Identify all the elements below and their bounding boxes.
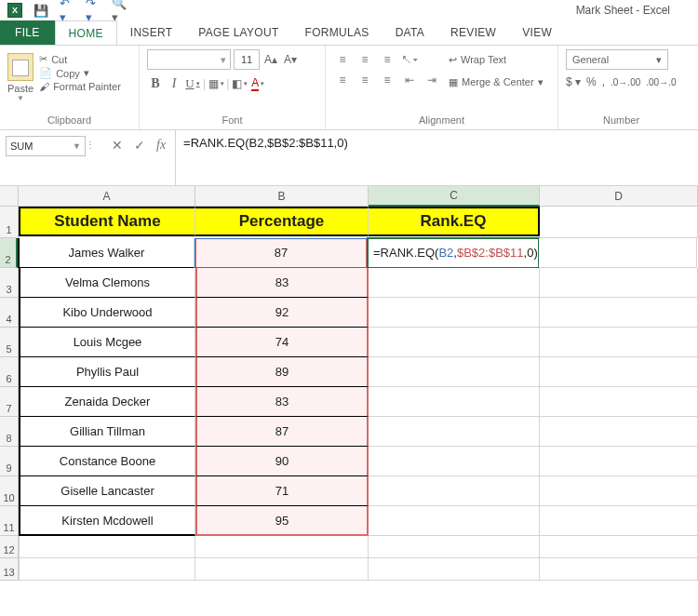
touch-mode-icon[interactable]: 🔍 ▾	[112, 3, 127, 18]
row-header-3[interactable]: 3	[0, 268, 19, 298]
cell-c13[interactable]	[369, 558, 540, 581]
cell-a6[interactable]: Phyllis Paul	[19, 357, 195, 387]
tab-view[interactable]: VIEW	[509, 20, 565, 45]
row-header-6[interactable]: 6	[0, 357, 19, 387]
cell-b3[interactable]: 83	[195, 268, 369, 298]
cell-a7[interactable]: Zenaida Decker	[19, 387, 195, 417]
cell-c12[interactable]	[369, 536, 540, 558]
cell-b7[interactable]: 83	[195, 387, 369, 417]
cell-a12[interactable]	[19, 536, 195, 558]
cell-d5[interactable]	[540, 328, 698, 357]
cell-a4[interactable]: Kibo Underwood	[19, 298, 195, 328]
copy-button[interactable]: 📄Copy ▾	[39, 67, 121, 79]
comma-format-button[interactable]: ,	[602, 75, 605, 88]
increase-indent-icon[interactable]: ⇥	[423, 72, 441, 88]
row-header-7[interactable]: 7	[0, 387, 19, 417]
cell-c10[interactable]	[369, 476, 540, 506]
cell-c9[interactable]	[369, 447, 540, 476]
cell-a9[interactable]: Constance Boone	[19, 447, 195, 476]
font-size-select[interactable]: 11	[234, 49, 260, 70]
decrease-font-icon[interactable]: A▾	[282, 49, 299, 70]
align-bottom-icon[interactable]: ≡	[378, 51, 396, 68]
row-header-13[interactable]: 13	[0, 558, 19, 581]
tab-data[interactable]: DATA	[383, 20, 437, 45]
cell-d2[interactable]	[539, 238, 697, 268]
cell-a11[interactable]: Kirsten Mcdowell	[19, 506, 195, 536]
cell-a5[interactable]: Louis Mcgee	[19, 328, 195, 357]
cell-a3[interactable]: Velma Clemons	[19, 268, 195, 298]
cell-c7[interactable]	[369, 387, 540, 417]
cut-button[interactable]: ✂Cut	[39, 53, 121, 65]
cell-a8[interactable]: Gillian Tillman	[19, 417, 195, 447]
font-color-button[interactable]: A▾	[249, 75, 266, 92]
row-header-11[interactable]: 11	[0, 506, 19, 536]
underline-button[interactable]: U▾	[184, 75, 201, 92]
row-header-8[interactable]: 8	[0, 417, 19, 447]
cell-d7[interactable]	[540, 387, 698, 417]
tab-formulas[interactable]: FORMULAS	[292, 20, 383, 45]
cell-c8[interactable]	[369, 417, 540, 447]
undo-icon[interactable]: ↶ ▾	[60, 3, 74, 18]
cell-d6[interactable]	[540, 357, 698, 387]
cell-a1[interactable]: Student Name	[19, 207, 195, 236]
align-right-icon[interactable]: ≡	[378, 72, 396, 88]
paste-icon[interactable]	[7, 53, 34, 81]
paste-button[interactable]: Paste	[7, 83, 34, 94]
row-header-9[interactable]: 9	[0, 447, 19, 476]
cell-d11[interactable]	[540, 506, 698, 536]
col-header-b[interactable]: B	[195, 186, 369, 207]
cell-d10[interactable]	[540, 476, 698, 506]
cell-c5[interactable]	[369, 328, 540, 357]
tab-review[interactable]: REVIEW	[437, 20, 509, 45]
cell-d1[interactable]	[540, 207, 698, 238]
row-header-2[interactable]: 2	[0, 238, 18, 268]
italic-button[interactable]: I	[166, 75, 182, 92]
cell-b12[interactable]	[195, 536, 369, 558]
wrap-text-button[interactable]: ↩Wrap Text	[449, 49, 544, 70]
align-left-icon[interactable]: ≡	[333, 72, 352, 88]
insert-function-icon[interactable]: fx	[156, 138, 166, 153]
decrease-indent-icon[interactable]: ⇤	[400, 72, 419, 88]
row-header-1[interactable]: 1	[0, 207, 19, 238]
cell-b5[interactable]: 74	[195, 328, 369, 357]
cell-b1[interactable]: Percentage	[195, 207, 369, 236]
cell-d4[interactable]	[540, 298, 698, 328]
cell-d12[interactable]	[540, 536, 698, 558]
col-header-a[interactable]: A	[19, 186, 195, 207]
cell-c2[interactable]: =RANK.EQ(B2,$B$2:$B$11,0)	[368, 238, 539, 268]
cell-c1[interactable]: Rank.EQ	[369, 207, 540, 236]
format-painter-button[interactable]: 🖌Format Painter	[39, 81, 121, 92]
name-box[interactable]: SUM▼	[6, 136, 86, 156]
cell-b2[interactable]: 87	[195, 238, 368, 268]
borders-button[interactable]: ▦▾	[208, 75, 224, 92]
orientation-icon[interactable]: ⭦▾	[400, 51, 419, 68]
percent-format-button[interactable]: %	[586, 75, 597, 88]
cell-b10[interactable]: 71	[195, 476, 369, 506]
cell-b13[interactable]	[195, 558, 369, 581]
increase-font-icon[interactable]: A▴	[262, 49, 279, 70]
row-header-10[interactable]: 10	[0, 476, 19, 506]
formula-bar-input[interactable]: =RANK.EQ(B2,$B$2:$B$11,0)	[175, 130, 698, 185]
bold-button[interactable]: B	[147, 75, 164, 92]
cell-d8[interactable]	[540, 417, 698, 447]
cell-d3[interactable]	[540, 268, 698, 298]
cell-b11[interactable]: 95	[195, 506, 369, 536]
col-header-c[interactable]: C	[369, 186, 540, 207]
increase-decimal-button[interactable]: .0→.00	[611, 77, 640, 87]
redo-icon[interactable]: ↷ ▾	[86, 3, 101, 18]
cell-c11[interactable]	[369, 506, 540, 536]
row-header-4[interactable]: 4	[0, 298, 19, 328]
col-header-d[interactable]: D	[540, 186, 698, 207]
fill-color-button[interactable]: ◧▾	[231, 75, 248, 92]
align-top-icon[interactable]: ≡	[333, 51, 352, 68]
align-center-icon[interactable]: ≡	[356, 72, 374, 88]
cell-d13[interactable]	[540, 558, 698, 581]
decrease-decimal-button[interactable]: .00→.0	[646, 77, 676, 87]
row-header-5[interactable]: 5	[0, 328, 19, 357]
cell-b4[interactable]: 92	[195, 298, 369, 328]
cell-a2[interactable]: James Walker	[18, 238, 195, 268]
merge-center-button[interactable]: ▦Merge & Center ▾	[449, 72, 544, 92]
number-format-select[interactable]: General▾	[566, 49, 668, 70]
accounting-format-button[interactable]: $ ▾	[566, 75, 581, 88]
cell-c6[interactable]	[369, 357, 540, 387]
